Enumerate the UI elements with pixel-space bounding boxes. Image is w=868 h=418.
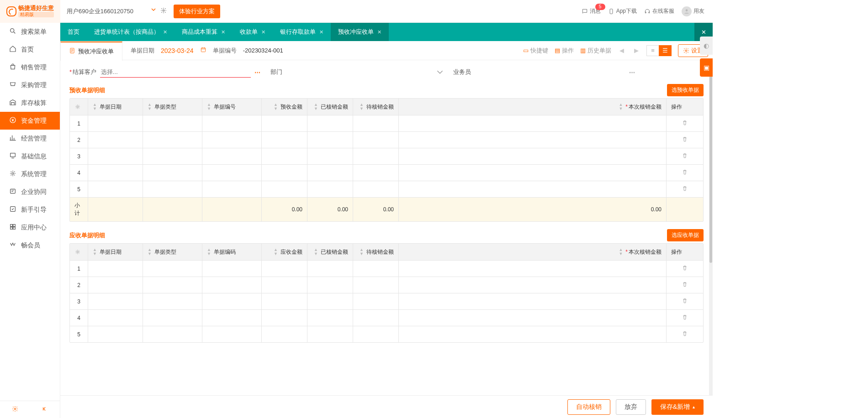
sidebar-item-6[interactable]: 经营管理 [0,130,60,147]
view-more-icon[interactable]: ☰ [659,45,672,56]
table-row[interactable]: 5 [70,181,703,197]
table-row[interactable]: 4 [70,164,703,181]
table-row[interactable]: 1 [70,260,703,277]
delete-row-icon[interactable] [682,281,688,289]
trial-plan-button[interactable]: 体验行业方案 [174,5,220,18]
sidebar-item-11[interactable]: 应用中心 [0,219,60,236]
delete-row-icon[interactable] [682,298,688,305]
table-row[interactable]: 4 [70,309,703,326]
shortcut-link[interactable]: ▭快捷键 [523,47,548,55]
section-prepay: 预收单据明细 选预收单据 ▲▼单据日期 ▲▼单据类型 ▲▼单据编号 ▲▼预收金额 [60,84,713,222]
gear-icon [683,47,689,54]
customer-lookup-icon[interactable]: ⋯ [254,69,261,76]
customer-input[interactable] [100,67,251,78]
delete-row-icon[interactable] [682,185,688,193]
sidebar-collapse-icon[interactable] [30,401,60,418]
delete-row-icon[interactable] [682,314,688,322]
dept-select[interactable] [286,67,444,78]
tab-close-icon[interactable]: ✕ [261,29,265,35]
auto-writeoff-button[interactable]: 自动核销 [567,399,610,415]
svg-rect-7 [11,189,16,193]
subtab-active[interactable]: 预收冲应收单 [60,42,122,61]
messages-button[interactable]: 消息 [582,7,601,15]
sidebar-settings-icon[interactable] [0,401,30,418]
delete-row-icon[interactable] [682,152,688,160]
sidebar-item-8[interactable]: 系统管理 [0,165,60,183]
select-prepay-button[interactable]: 选预收单据 [667,84,704,96]
tab-2[interactable]: 商品成本重算✕ [175,23,233,41]
online-service-button[interactable]: 在线客服 [644,7,674,15]
scrollbar[interactable] [709,65,713,395]
history-link[interactable]: ▥历史单据 [580,47,611,55]
tab-close-icon[interactable]: ✕ [221,29,225,35]
collab-icon [9,188,16,196]
tab-1[interactable]: 进货单统计表（按商品）✕ [87,23,175,41]
delete-row-icon[interactable] [682,136,688,144]
cart-icon [9,81,16,89]
prepay-table: ▲▼单据日期 ▲▼单据类型 ▲▼单据编号 ▲▼预收金额 ▲▼已核销金额 ▲▼待核… [69,98,704,222]
tab-label: 预收冲应收单 [338,28,374,36]
sidebar-item-7[interactable]: 基础信息 [0,147,60,165]
company-select[interactable]: 用户690企业1660120750 [67,7,156,16]
table-row[interactable]: 5 [70,326,703,342]
delete-row-icon[interactable] [682,330,688,338]
tab-close-icon[interactable]: ✕ [163,29,167,35]
tab-5[interactable]: 预收冲应收单✕ [331,23,389,41]
delete-row-icon[interactable] [682,169,688,177]
view-less-icon[interactable]: ≡ [646,45,659,56]
user-menu[interactable]: 用友 [682,6,704,16]
discard-button[interactable]: 放弃 [616,399,646,415]
svg-point-13 [14,408,16,410]
table-row[interactable]: 3 [70,293,703,309]
message-icon [582,8,588,15]
tabbar: 首页进货单统计表（按商品）✕商品成本重算✕收款单✕银行存取款单✕预收冲应收单✕✕ [60,23,713,41]
sidebar-item-9[interactable]: 企业协同 [0,183,60,201]
stats-icon [9,134,16,143]
tab-4[interactable]: 银行存取款单✕ [273,23,331,41]
table-row[interactable]: 2 [70,277,703,293]
sidebar-item-3[interactable]: 采购管理 [0,76,60,94]
tab-0[interactable]: 首页 [60,23,87,41]
rail-toggle-icon[interactable]: ◐ [700,37,713,55]
rail-action-icon[interactable]: ▣ [700,58,713,77]
doc-date[interactable]: 2023-03-24 [161,47,194,54]
sidebar-item-5[interactable]: 资金管理 [0,112,60,130]
search-icon [9,27,16,36]
salesman-label: 业务员 [453,68,471,76]
salesman-lookup-icon[interactable]: ⋯ [629,69,636,76]
sidebar-item-2[interactable]: 销售管理 [0,58,60,76]
section-receivable-title: 应收单据明细 [69,231,105,240]
calendar-icon[interactable] [200,47,206,54]
col-config-icon-2[interactable] [70,244,88,260]
delete-row-icon[interactable] [682,265,688,272]
sidebar-item-1[interactable]: 首页 [0,41,60,58]
tab-3[interactable]: 收款单✕ [233,23,273,41]
company-settings-icon[interactable] [160,7,167,15]
table-row[interactable]: 1 [70,115,703,131]
table-row[interactable]: 2 [70,131,703,148]
app-download-button[interactable]: App下载 [608,7,637,15]
select-receivable-button[interactable]: 选应收单据 [667,229,704,241]
table-row[interactable]: 3 [70,148,703,164]
sidebar-item-0[interactable]: 搜索菜单 [0,23,60,41]
prev-doc-icon[interactable]: ◀ [618,47,626,54]
next-doc-icon[interactable]: ▶ [632,47,640,54]
tab-close-icon[interactable]: ✕ [319,29,323,35]
salesman-input[interactable] [475,70,625,74]
col-config-icon[interactable] [70,99,88,115]
col-pre-amount: ▲▼预收金额 [262,99,307,115]
topbar: 畅捷通好生意 精易版 用户690企业1660120750 体验行业方案 消息 A… [0,0,713,23]
scrollbar-thumb[interactable] [709,65,712,263]
sidebar-item-10[interactable]: 新手引导 [0,201,60,219]
svg-point-17 [77,106,79,108]
operate-link[interactable]: ▤操作 [555,47,574,55]
col-operate: 操作 [667,99,703,115]
chevron-down-icon [437,69,443,75]
sidebar-item-label: 企业协同 [21,188,47,196]
delete-row-icon[interactable] [682,120,688,127]
logo[interactable]: 畅捷通好生意 精易版 [0,0,60,23]
sidebar-item-4[interactable]: 库存核算 [0,94,60,112]
tab-close-icon[interactable]: ✕ [377,29,381,35]
sidebar-item-12[interactable]: 畅会员 [0,236,60,254]
save-and-new-button[interactable]: 保存&新增▴ [651,399,704,415]
